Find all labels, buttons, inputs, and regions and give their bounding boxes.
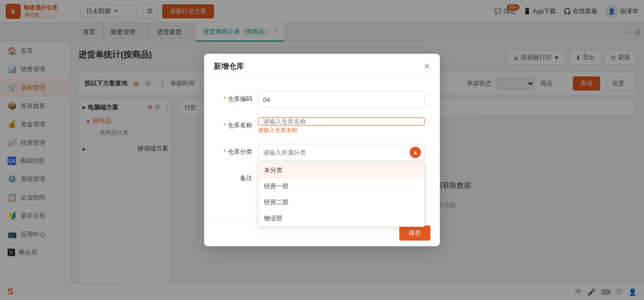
modal-title: 新增仓库 [214,62,244,72]
category-label: 仓库分类 [219,144,252,156]
modal-close-button[interactable]: ✕ [423,61,430,72]
dropdown-item-property[interactable]: 物业部 [258,210,424,226]
category-input-wrap: ▲ [258,144,425,161]
form-row-category: 仓库分类 ▲ 未分类 经营一部 经营二部 物业部 [219,144,425,161]
warehouse-code-input[interactable] [258,91,425,108]
name-control-wrap: 请输入仓库名称 [258,117,425,134]
code-label: 仓库编码 [219,91,252,103]
category-control-wrap: ▲ 未分类 经营一部 经营二部 物业部 [258,144,425,161]
warehouse-modal: 新增仓库 ✕ 仓库编码 仓库名称 请输入仓库名称 仓库分类 [204,54,440,246]
category-input[interactable] [258,144,425,161]
dropdown-item-dept1[interactable]: 经营一部 [258,178,424,194]
category-toggle-button[interactable]: ▲ [410,147,421,158]
remark-label: 备注 [219,170,252,183]
modal-header: 新增仓库 ✕ [204,54,440,80]
dropdown-item-dept2[interactable]: 经营二部 [258,194,424,210]
dropdown-item-uncategorized[interactable]: 未分类 [258,162,424,178]
form-row-code: 仓库编码 [219,91,425,108]
save-button[interactable]: 保存 [399,225,430,241]
modal-overlay[interactable]: 新增仓库 ✕ 仓库编码 仓库名称 请输入仓库名称 仓库分类 [0,0,644,300]
modal-body: 仓库编码 仓库名称 请输入仓库名称 仓库分类 ▲ [204,80,440,219]
warehouse-name-input[interactable] [258,117,425,125]
name-label: 仓库名称 [219,117,252,130]
name-error-msg: 请输入仓库名称 [258,126,425,134]
form-row-name: 仓库名称 请输入仓库名称 [219,117,425,134]
category-dropdown: 未分类 经营一部 经营二部 物业部 [258,162,425,227]
